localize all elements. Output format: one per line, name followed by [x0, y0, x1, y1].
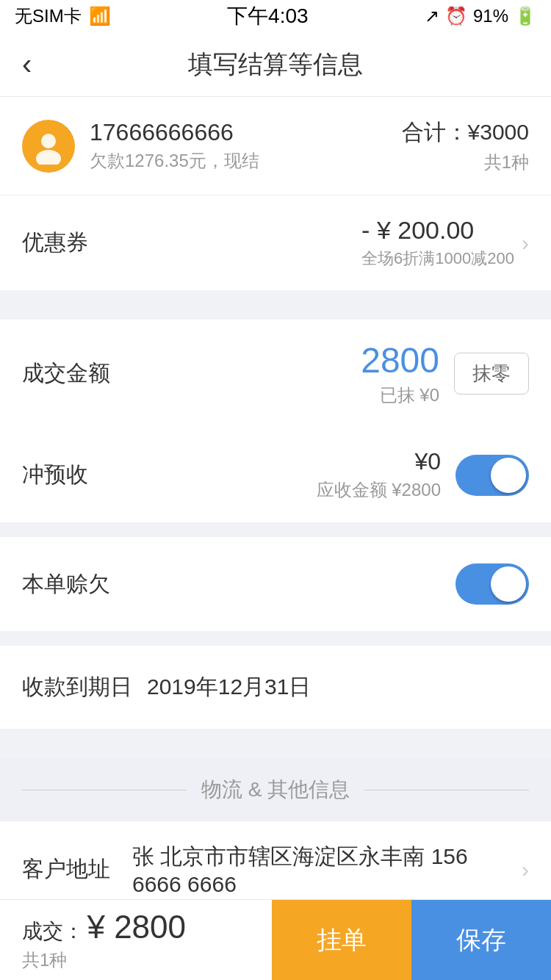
customer-left: 17666666666 欠款1276.35元，现结 [22, 119, 259, 173]
amount-label: 成交金额 [22, 359, 110, 389]
coupon-label: 优惠券 [22, 228, 88, 258]
status-time: 下午4:03 [227, 2, 309, 30]
amount-row: 成交金额 2800 已抹 ¥0 抹零 [0, 320, 551, 428]
total-amount: 合计：¥3000 [402, 118, 529, 148]
bottom-total-amount: ¥ 2800 [87, 909, 186, 945]
logistics-line-left [22, 790, 187, 790]
svg-point-1 [36, 150, 61, 165]
battery-icon: 🔋 [514, 6, 536, 26]
coupon-right: - ¥ 200.00 全场6折满1000减200 › [361, 216, 529, 270]
bottom-total-label: 成交： [22, 920, 84, 943]
nav-bar: ‹ 填写结算等信息 [0, 32, 551, 97]
back-button[interactable]: ‹ [22, 48, 66, 81]
pending-button[interactable]: 挂单 [272, 900, 411, 981]
amount-section: 成交金额 2800 已抹 ¥0 抹零 冲预收 ¥0 应收金额 ¥2800 [0, 320, 551, 522]
page-title: 填写结算等信息 [66, 48, 485, 82]
customer-sub: 欠款1276.35元，现结 [90, 149, 259, 173]
logistics-title: 物流 & 其他信息 [201, 776, 350, 804]
amount-right: 2800 已抹 ¥0 抹零 [361, 340, 529, 407]
address-value: 张 北京市市辖区海淀区永丰南 156 6666 6666 [132, 842, 522, 897]
logistics-header: 物流 & 其他信息 [0, 758, 551, 821]
sim-text: 无SIM卡 [15, 4, 82, 28]
bottom-summary: 成交： ¥ 2800 共1种 [0, 909, 272, 972]
duedate-section: 收款到期日 2019年12月31日 [0, 646, 551, 729]
prepay-toggle-knob [491, 458, 526, 493]
customer-card: 17666666666 欠款1276.35元，现结 合计：¥3000 共1种 优… [0, 97, 551, 290]
amount-value: 2800 [361, 340, 439, 381]
save-button[interactable]: 保存 [411, 900, 551, 981]
customer-info: 17666666666 欠款1276.35元，现结 [90, 119, 259, 173]
prepay-sub: 应收金额 ¥2800 [317, 478, 441, 502]
credit-toggle[interactable] [455, 563, 529, 605]
total-count: 共1种 [402, 151, 529, 174]
credit-row: 本单赊欠 [0, 537, 551, 631]
round-down-button[interactable]: 抹零 [454, 353, 529, 394]
wifi-icon: 📶 [89, 6, 111, 26]
prepay-amount: ¥0 [317, 448, 441, 475]
bottom-count: 共1种 [22, 948, 250, 972]
credit-toggle-knob [491, 566, 526, 602]
customer-phone: 17666666666 [90, 119, 259, 146]
coupon-discount: - ¥ 200.00 [361, 216, 514, 245]
coupon-row[interactable]: 优惠券 - ¥ 200.00 全场6折满1000减200 › [0, 195, 551, 290]
prepay-label: 冲预收 [22, 460, 88, 490]
prepay-row: 冲预收 ¥0 应收金额 ¥2800 [0, 428, 551, 522]
logistics-line-right [364, 790, 529, 790]
coupon-chevron-icon: › [522, 231, 529, 256]
address-label: 客户地址 [22, 854, 110, 884]
alarm-icon: ⏰ [445, 6, 467, 26]
status-right: ↗ ⏰ 91% 🔋 [425, 6, 536, 26]
duedate-label: 收款到期日 [22, 672, 132, 702]
duedate-row: 收款到期日 2019年12月31日 [0, 646, 551, 729]
location-icon: ↗ [425, 6, 439, 26]
prepay-values: ¥0 应收金额 ¥2800 [317, 448, 441, 502]
battery-text: 91% [473, 6, 508, 26]
credit-label: 本单赊欠 [22, 569, 110, 599]
duedate-value: 2019年12月31日 [147, 672, 311, 702]
status-bar: 无SIM卡 📶 下午4:03 ↗ ⏰ 91% 🔋 [0, 0, 551, 32]
customer-row: 17666666666 欠款1276.35元，现结 合计：¥3000 共1种 [0, 97, 551, 195]
customer-total: 合计：¥3000 共1种 [402, 118, 529, 174]
credit-section: 本单赊欠 [0, 537, 551, 631]
address-chevron-icon: › [522, 857, 529, 882]
svg-point-0 [41, 134, 56, 148]
prepay-right: ¥0 应收金额 ¥2800 [317, 448, 529, 502]
separator-1 [0, 305, 551, 320]
amount-sub: 已抹 ¥0 [361, 383, 439, 407]
coupon-desc: 全场6折满1000减200 [361, 248, 514, 270]
separator-3 [0, 743, 551, 758]
separator-2 [0, 522, 551, 537]
bottom-bar: 成交： ¥ 2800 共1种 挂单 保存 [0, 899, 551, 980]
prepay-toggle[interactable] [455, 455, 529, 496]
bottom-total-line: 成交： ¥ 2800 [22, 909, 250, 945]
address-chevron: › [522, 857, 529, 882]
status-left: 无SIM卡 📶 [15, 4, 111, 28]
avatar [22, 120, 75, 173]
